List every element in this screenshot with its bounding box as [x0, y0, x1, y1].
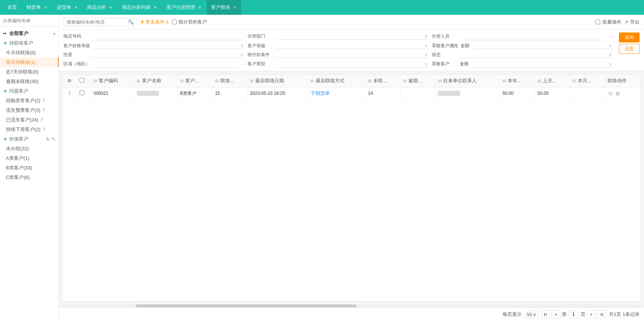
- horizontal-scrollbar[interactable]: [62, 304, 641, 307]
- filter-nature-select[interactable]: ∨: [91, 51, 245, 58]
- nav-customer-contact-close[interactable]: ✕: [233, 5, 237, 10]
- col-check[interactable]: [77, 75, 91, 87]
- filter-phone-input[interactable]: [91, 32, 245, 40]
- filter-dept-select[interactable]: ∨: [276, 33, 429, 40]
- sidebar-search-area: 🔍: [0, 15, 59, 27]
- filter-customer-grade-select[interactable]: ∨: [276, 42, 429, 49]
- filter-search-input[interactable]: [67, 20, 126, 25]
- sidebar-value-group[interactable]: ▼ 价值客户 ↻ ✎: [0, 134, 59, 144]
- last-method-link[interactable]: 下销货单: [311, 90, 330, 96]
- cell-action: ☏ ⊞: [605, 87, 640, 100]
- filter-person-dots[interactable]: ···: [609, 34, 613, 39]
- sidebar-item-churned[interactable]: 已流失客户(24) ?: [0, 115, 59, 125]
- per-page-select[interactable]: 50 ∨: [525, 311, 538, 318]
- batch-ops-check[interactable]: [595, 20, 600, 24]
- nav-customer-contact[interactable]: 客户联络 ✕: [207, 0, 241, 15]
- nav-product-list-label: 商品分析列表: [122, 4, 151, 11]
- my-customers-check[interactable]: [172, 20, 177, 24]
- col-name: ⊟ 客户名称: [134, 75, 178, 87]
- filter-toolbar: 🔍 ▼ 更多条件 ∧ 我分管的客户 批量操作 ↗ 导出: [59, 15, 644, 30]
- my-customers-label: 我分管的客户: [178, 19, 207, 25]
- total-info: 共1页 1条记录: [609, 311, 640, 318]
- query-button[interactable]: 查询: [619, 32, 640, 42]
- nav-sales-close[interactable]: ✕: [44, 5, 47, 10]
- batch-ops-btn[interactable]: 批量操作: [595, 19, 622, 25]
- hint-abnormal: ?: [42, 98, 45, 103]
- prev-page-btn[interactable]: <: [552, 310, 560, 319]
- sidebar-item-abnormal[interactable]: 回购异常客户(2) ?: [0, 96, 59, 106]
- filter-dept-chevron: ∨: [425, 34, 427, 38]
- pending-title: 待联络客户: [9, 40, 33, 46]
- next-page-btn[interactable]: >: [587, 310, 596, 319]
- sidebar: 🔍 ▪▪ 全部客户 « ▼ 待联络客户 今天待联络(0) 明天待联络(1): [0, 15, 59, 321]
- page-number-input[interactable]: [568, 311, 579, 318]
- nav-product-analysis-list[interactable]: 商品分析列表 ✕: [118, 0, 161, 15]
- nav-product-analysis[interactable]: 商品分析 ✕: [83, 0, 117, 15]
- filter-person-input[interactable]: [460, 32, 605, 40]
- nav-customer-contact-label: 客户联络: [211, 4, 230, 11]
- call-icon[interactable]: ☏: [608, 91, 613, 96]
- value-edit[interactable]: ✎: [52, 137, 56, 142]
- grid-icon[interactable]: ⊞: [616, 91, 620, 96]
- sidebar-item-tomorrow[interactable]: 明天待联络(1): [0, 58, 59, 67]
- sidebar-item-churn-warning[interactable]: 流失预警客户(3) ?: [0, 106, 59, 115]
- nav-customer-tier-close[interactable]: ✕: [198, 5, 202, 10]
- nav-product-list-close[interactable]: ✕: [154, 5, 157, 10]
- filter-retail-attr-select[interactable]: ∨: [473, 42, 613, 49]
- sidebar-section: ▪▪ 全部客户 « ▼ 待联络客户 今天待联络(0) 明天待联络(1) 近7天待…: [0, 27, 59, 184]
- nav-purchase[interactable]: 进货单 ✕: [52, 0, 82, 15]
- filter-region-dots[interactable]: ···: [241, 61, 245, 67]
- col-gear[interactable]: ⚙: [62, 75, 77, 87]
- select-all-check[interactable]: [80, 78, 84, 83]
- filter-payment-label: 收付款条件: [248, 52, 273, 58]
- sidebar-item-7days[interactable]: 近7天待联络(0): [0, 67, 59, 77]
- nav-sales-order[interactable]: 销货单 ✕: [22, 0, 52, 15]
- cell-not-contacted: 14: [365, 87, 400, 100]
- sidebar-item-today[interactable]: 今天待联络(0): [0, 48, 59, 58]
- col-code: ⊟ 客户编码: [91, 75, 134, 87]
- nav-home[interactable]: 首页: [3, 0, 21, 15]
- cell-this-month: [570, 87, 605, 100]
- row-check[interactable]: [80, 90, 84, 95]
- cell-code: 000021: [91, 87, 134, 100]
- filter-payment-select[interactable]: ∨: [276, 51, 429, 58]
- filter-retail-select[interactable]: ∨: [472, 61, 613, 68]
- filter-region-input[interactable]: [92, 60, 237, 68]
- filter-status-chevron: ∨: [609, 52, 612, 56]
- nav-product-analysis-close[interactable]: ✕: [109, 5, 112, 10]
- sidebar-pending-group[interactable]: ▼ 待联络客户: [0, 38, 59, 48]
- filter-customer-type-select[interactable]: ∨: [276, 61, 429, 68]
- first-page-btn[interactable]: |<: [541, 310, 550, 319]
- filter-retail-attr-chevron: ∨: [609, 44, 612, 48]
- sidebar-item-a-class[interactable]: A类客户(1): [0, 153, 59, 163]
- last-page-btn[interactable]: >|: [597, 310, 606, 319]
- filter-price-grade: 客户价格等级 ∨: [63, 42, 245, 49]
- cell-check[interactable]: [77, 87, 91, 100]
- value-refresh[interactable]: ↻: [46, 137, 50, 142]
- filter-price-grade-select[interactable]: ∨: [92, 42, 245, 49]
- more-conditions-btn[interactable]: ▼ 更多条件 ∧: [140, 19, 169, 25]
- filter-customer-type-label: 客户类型: [248, 61, 273, 67]
- cell-last-method[interactable]: 下销货单: [308, 87, 366, 100]
- sidebar-search-input[interactable]: [3, 18, 58, 23]
- sidebar-problem-group[interactable]: ▼ 问题客户: [0, 86, 59, 96]
- sidebar-item-declining[interactable]: 持续下滑客户(2) ?: [0, 125, 59, 134]
- filter-status-select[interactable]: ∨: [460, 51, 613, 58]
- export-btn[interactable]: ↗ 导出: [624, 19, 640, 25]
- sidebar-item-c-class[interactable]: C类客户(6): [0, 173, 59, 182]
- sidebar-all-customers[interactable]: ▪▪ 全部客户 «: [0, 29, 59, 38]
- col-this-year: ⊟ 本年...: [500, 75, 535, 87]
- data-table: ⚙ ⊟ 客户编码 ⊟ 客户名称 ⊟ 客户...: [62, 75, 641, 100]
- sidebar-item-ungrouped[interactable]: 未分组(32): [0, 144, 59, 153]
- collapse-icon[interactable]: «: [53, 31, 56, 36]
- settings-button[interactable]: 设置: [619, 44, 640, 54]
- filter-search-box: 🔍: [63, 18, 137, 26]
- sidebar-item-overdue[interactable]: 逾期未联络(30): [0, 77, 59, 86]
- filter-search-icon[interactable]: 🔍: [128, 19, 134, 25]
- nav-purchase-close[interactable]: ✕: [74, 5, 77, 10]
- nav-customer-tier[interactable]: 客户分层经营 ✕: [162, 0, 206, 15]
- filter-dept: 分管部门 ∨: [248, 33, 429, 40]
- sidebar-item-b-class[interactable]: B类客户(33): [0, 163, 59, 173]
- my-customers-checkbox[interactable]: 我分管的客户: [172, 19, 207, 25]
- scrollbar-thumb[interactable]: [136, 304, 357, 307]
